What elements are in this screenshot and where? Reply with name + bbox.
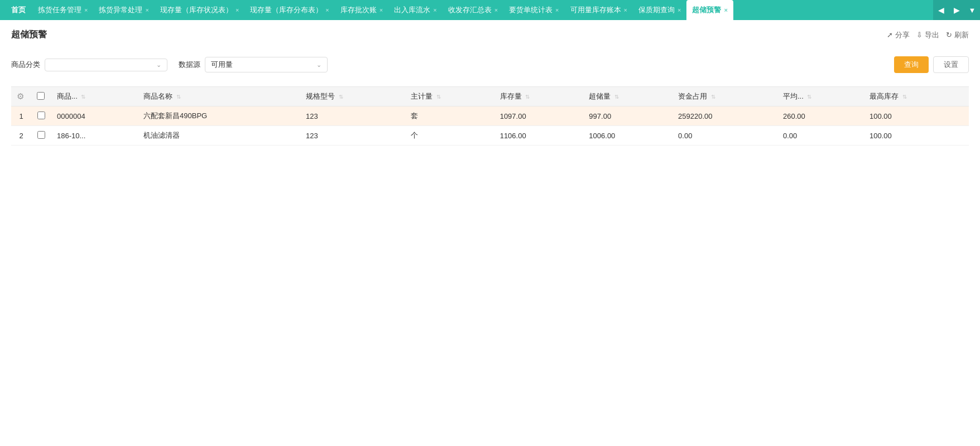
row-unit: 套 bbox=[405, 106, 494, 126]
code-column-header: 商品... ⇅ bbox=[51, 87, 138, 106]
share-icon: ➚ bbox=[887, 31, 893, 39]
refresh-button[interactable]: ↻ 刷新 bbox=[946, 30, 969, 40]
row-checkbox[interactable] bbox=[37, 131, 45, 139]
chevron-down-icon: ⌄ bbox=[156, 61, 161, 69]
tab-pick-task[interactable]: 拣货任务管理 × bbox=[32, 0, 93, 20]
row-code: 186-10... bbox=[51, 126, 138, 146]
datasource-select-text: 可用量 bbox=[211, 60, 233, 70]
nav-prev-arrow[interactable]: ◀ bbox=[933, 0, 949, 20]
page-title: 超储预警 bbox=[11, 29, 47, 41]
row-avg: 260.00 bbox=[777, 106, 864, 126]
export-button[interactable]: ⇩ 导出 bbox=[916, 30, 939, 40]
maxstock-column-header: 最高库存 ⇅ bbox=[864, 87, 969, 106]
nav-bar: 首页 拣货任务管理 × 拣货异常处理 × 现存量（库存状况表） × 现存量（库存… bbox=[0, 0, 980, 20]
close-icon[interactable]: × bbox=[624, 7, 627, 13]
row-capital: 0.00 bbox=[672, 126, 777, 146]
table-body: 1 0000004 六配套新昌490BPG 123 套 1097.00 997.… bbox=[11, 106, 969, 146]
tab-recv-summary[interactable]: 收发存汇总表 × bbox=[443, 0, 503, 20]
row-name: 六配套新昌490BPG bbox=[138, 106, 300, 126]
refresh-icon: ↻ bbox=[946, 31, 952, 39]
nav-expand-btn[interactable]: ▼ bbox=[964, 0, 980, 20]
sort-icon[interactable]: ⇅ bbox=[339, 94, 343, 100]
row-checkbox-cell bbox=[31, 126, 51, 146]
avg-column-header: 平均... ⇅ bbox=[777, 87, 864, 106]
sort-icon[interactable]: ⇅ bbox=[81, 94, 85, 100]
sort-icon[interactable]: ⇅ bbox=[436, 94, 441, 100]
name-column-header: 商品名称 ⇅ bbox=[138, 87, 300, 106]
checkbox-column-header bbox=[31, 87, 51, 106]
nav-arrows: ◀ ▶ ▼ bbox=[933, 0, 980, 20]
tab-overstock-warning[interactable]: 超储预警 × bbox=[686, 0, 733, 20]
sort-icon[interactable]: ⇅ bbox=[902, 94, 907, 100]
query-button[interactable]: 查询 bbox=[894, 56, 929, 73]
table-header-row: ⚙ 商品... ⇅ 商品名称 ⇅ 规格型号 ⇅ 主计量 bbox=[11, 87, 969, 106]
header-actions: ➚ 分享 ⇩ 导出 ↻ 刷新 bbox=[887, 30, 969, 40]
table-row: 2 186-10... 机油滤清器 123 个 1106.00 1006.00 … bbox=[11, 126, 969, 146]
data-table: ⚙ 商品... ⇅ 商品名称 ⇅ 规格型号 ⇅ 主计量 bbox=[11, 86, 969, 146]
close-icon[interactable]: × bbox=[379, 7, 383, 13]
row-stock: 1106.00 bbox=[494, 126, 584, 146]
sort-icon[interactable]: ⇅ bbox=[711, 94, 715, 100]
filter-row: 商品分类 ⌄ 数据源 可用量 ⌄ 查询 设置 bbox=[11, 50, 969, 80]
export-icon: ⇩ bbox=[916, 31, 923, 39]
stock-column-header: 库存量 ⇅ bbox=[494, 87, 584, 106]
gear-button[interactable]: ⚙ bbox=[17, 91, 24, 101]
row-number: 2 bbox=[11, 126, 31, 146]
datasource-select[interactable]: 可用量 ⌄ bbox=[205, 57, 328, 72]
unit-column-header: 主计量 ⇅ bbox=[405, 87, 494, 106]
row-maxstock: 100.00 bbox=[864, 106, 969, 126]
row-checkbox-cell bbox=[31, 106, 51, 126]
table-row: 1 0000004 六配套新昌490BPG 123 套 1097.00 997.… bbox=[11, 106, 969, 126]
close-icon[interactable]: × bbox=[325, 7, 329, 13]
close-icon[interactable]: × bbox=[555, 7, 559, 13]
category-select[interactable]: ⌄ bbox=[45, 59, 167, 71]
tab-inventory-status[interactable]: 现存量（库存状况表） × bbox=[155, 0, 244, 20]
close-icon[interactable]: × bbox=[724, 7, 727, 13]
tab-inventory-dist[interactable]: 现存量（库存分布表） × bbox=[244, 0, 334, 20]
sort-icon[interactable]: ⇅ bbox=[614, 94, 619, 100]
category-filter-group: 商品分类 ⌄ bbox=[11, 59, 167, 71]
tab-order-stats[interactable]: 要货单统计表 × bbox=[503, 0, 564, 20]
row-unit: 个 bbox=[405, 126, 494, 146]
close-icon[interactable]: × bbox=[236, 7, 239, 13]
close-icon[interactable]: × bbox=[678, 7, 681, 13]
row-spec: 123 bbox=[300, 106, 405, 126]
nav-home[interactable]: 首页 bbox=[4, 0, 32, 20]
settings-button[interactable]: 设置 bbox=[933, 56, 969, 73]
close-icon[interactable]: × bbox=[494, 7, 498, 13]
sort-icon[interactable]: ⇅ bbox=[807, 94, 811, 100]
page-content: 超储预警 ➚ 分享 ⇩ 导出 ↻ 刷新 商品分类 ⌄ 数据源 bbox=[0, 20, 980, 446]
over-column-header: 超储量 ⇅ bbox=[583, 87, 672, 106]
row-over: 997.00 bbox=[583, 106, 672, 126]
sort-icon[interactable]: ⇅ bbox=[525, 94, 530, 100]
row-capital: 259220.00 bbox=[672, 106, 777, 126]
datasource-label: 数据源 bbox=[179, 60, 200, 70]
row-over: 1006.00 bbox=[583, 126, 672, 146]
row-stock: 1097.00 bbox=[494, 106, 584, 126]
row-spec: 123 bbox=[300, 126, 405, 146]
page-header: 超储预警 ➚ 分享 ⇩ 导出 ↻ 刷新 bbox=[11, 29, 969, 41]
row-name: 机油滤清器 bbox=[138, 126, 300, 146]
tab-usable-account[interactable]: 可用量库存账本 × bbox=[565, 0, 633, 20]
tab-expiry-query[interactable]: 保质期查询 × bbox=[633, 0, 686, 20]
nav-next-arrow[interactable]: ▶ bbox=[949, 0, 964, 20]
tab-inout-flow[interactable]: 出入库流水 × bbox=[388, 0, 442, 20]
gear-column-header: ⚙ bbox=[11, 87, 31, 106]
row-number: 1 bbox=[11, 106, 31, 126]
row-code: 0000004 bbox=[51, 106, 138, 126]
chevron-down-icon: ⌄ bbox=[316, 61, 321, 69]
row-avg: 0.00 bbox=[777, 126, 864, 146]
close-icon[interactable]: × bbox=[84, 7, 88, 13]
sort-icon[interactable]: ⇅ bbox=[176, 94, 181, 100]
close-icon[interactable]: × bbox=[433, 7, 436, 13]
close-icon[interactable]: × bbox=[145, 7, 148, 13]
datasource-filter-group: 数据源 可用量 ⌄ bbox=[179, 57, 328, 72]
spec-column-header: 规格型号 ⇅ bbox=[300, 87, 405, 106]
share-button[interactable]: ➚ 分享 bbox=[887, 30, 910, 40]
capital-column-header: 资金占用 ⇅ bbox=[672, 87, 777, 106]
row-maxstock: 100.00 bbox=[864, 126, 969, 146]
tab-batch-account[interactable]: 库存批次账 × bbox=[335, 0, 388, 20]
tab-pick-exception[interactable]: 拣货异常处理 × bbox=[93, 0, 154, 20]
row-checkbox[interactable] bbox=[37, 112, 45, 119]
select-all-checkbox[interactable] bbox=[37, 92, 45, 100]
